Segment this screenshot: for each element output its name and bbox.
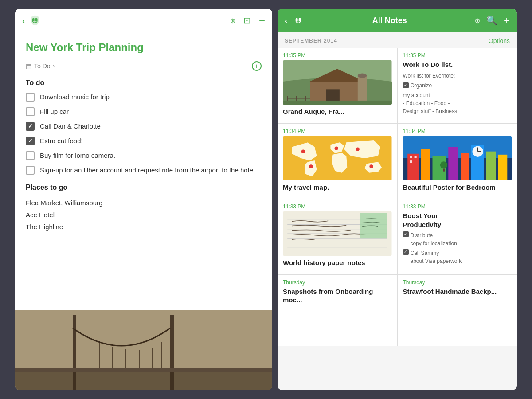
left-header: ‹ ⎈ ⊡ + bbox=[15, 9, 272, 32]
todo-checkbox-6[interactable] bbox=[26, 166, 35, 175]
todo-checkbox-4[interactable] bbox=[26, 137, 35, 145]
todo-text-6: Sign-up for an Uber account and request … bbox=[40, 165, 254, 175]
todo-list: Download music for trip Fill up car Call… bbox=[26, 92, 262, 175]
todo-text-4: Extra cat food! bbox=[40, 136, 83, 145]
share-icon-right[interactable]: ⎈ bbox=[475, 16, 480, 26]
notebook-tag: ▤ To Do › i bbox=[26, 61, 262, 71]
bridge-image bbox=[15, 310, 272, 390]
section-header: SEPTEMBER 2014 Options bbox=[278, 32, 517, 48]
note-card-travel-map[interactable]: 11:34 PM bbox=[278, 124, 397, 199]
notebook-icon: ▤ bbox=[26, 63, 31, 70]
svg-rect-42 bbox=[414, 156, 416, 158]
right-header-title: All Notes bbox=[309, 16, 470, 25]
poster-thumbnail bbox=[403, 136, 512, 180]
note-card-body: Work list for Evernote: Organize my acco… bbox=[403, 72, 512, 115]
check-label: Distributecopy for localization bbox=[411, 231, 457, 247]
svg-rect-24 bbox=[283, 101, 392, 105]
back-arrow-icon[interactable]: ‹ bbox=[22, 16, 25, 26]
thursday-label: Thursday bbox=[283, 279, 392, 286]
notes-grid: 11:35 PM bbox=[278, 48, 517, 346]
todo-checkbox-3[interactable] bbox=[26, 122, 35, 131]
share-icon[interactable]: ⎈ bbox=[230, 16, 235, 26]
todo-text-1: Download music for trip bbox=[40, 92, 110, 102]
info-icon[interactable]: i bbox=[252, 61, 262, 71]
mini-checkbox bbox=[403, 231, 409, 237]
svg-rect-40 bbox=[498, 154, 507, 180]
todo-item: Fill up car bbox=[26, 107, 262, 116]
svg-point-19 bbox=[358, 74, 367, 78]
evernote-logo bbox=[29, 14, 41, 27]
todo-text-2: Fill up car bbox=[40, 107, 69, 116]
place-item: Flea Market, Williamsburg bbox=[26, 197, 262, 209]
todo-checkbox-1[interactable] bbox=[26, 93, 35, 102]
todo-text-5: Buy film for lomo camera. bbox=[40, 151, 115, 160]
section-date: SEPTEMBER 2014 bbox=[285, 38, 337, 44]
left-header-left: ‹ bbox=[22, 14, 41, 27]
mini-checkbox bbox=[403, 249, 409, 255]
todo-checkbox-5[interactable] bbox=[26, 151, 35, 160]
note-card-grand-auque[interactable]: 11:35 PM bbox=[278, 48, 397, 123]
svg-rect-36 bbox=[448, 147, 458, 180]
svg-point-48 bbox=[440, 161, 447, 168]
svg-point-28 bbox=[335, 146, 338, 150]
note-title: New York Trip Planning bbox=[26, 41, 262, 54]
svg-rect-18 bbox=[358, 76, 367, 105]
evernote-logo-right bbox=[292, 14, 305, 27]
note-time: 11:33 PM bbox=[283, 203, 392, 210]
note-card-title: World history paper notes bbox=[283, 258, 392, 267]
right-panel: ‹ All Notes ⎈ 🔍 + SEPTEMBER 2014 Options… bbox=[278, 9, 517, 390]
right-content: SEPTEMBER 2014 Options 11:35 PM bbox=[278, 32, 517, 390]
search-icon[interactable]: 🔍 bbox=[486, 15, 497, 26]
note-card-boost[interactable]: 11:33 PM Boost YourProductivity Distribu… bbox=[398, 199, 517, 274]
svg-point-26 bbox=[301, 149, 305, 153]
note-card-title: Snapshots from Onboarding moc... bbox=[283, 287, 392, 305]
todo-text-3: Call Dan & Charlotte bbox=[40, 121, 101, 131]
note-card-work-todo[interactable]: 11:35 PM Work To Do list. Work list for … bbox=[398, 48, 517, 123]
thursday-label: Thursday bbox=[403, 279, 512, 286]
note-time: 11:35 PM bbox=[283, 52, 392, 59]
todo-item: Download music for trip bbox=[26, 92, 262, 102]
left-header-right: ⎈ ⊡ + bbox=[230, 14, 265, 27]
note-time: 11:35 PM bbox=[403, 52, 512, 59]
barn-thumbnail bbox=[283, 60, 392, 105]
todo-item: Call Dan & Charlotte bbox=[26, 121, 262, 131]
note-card-strawfoot[interactable]: Thursday Strawfoot Handmade Backp... bbox=[398, 275, 517, 346]
add-note-icon[interactable]: + bbox=[504, 14, 510, 27]
mini-checkbox bbox=[403, 82, 409, 88]
svg-rect-12 bbox=[15, 372, 272, 390]
todo-item: Sign-up for an Uber account and request … bbox=[26, 165, 262, 175]
place-item: The Highline bbox=[26, 221, 262, 233]
check-label: Call Sammyabout Visa paperwork bbox=[411, 249, 462, 265]
svg-rect-43 bbox=[410, 160, 412, 163]
add-icon[interactable]: + bbox=[259, 14, 265, 27]
todo-section-title: To do bbox=[26, 79, 262, 87]
todo-item: Extra cat food! bbox=[26, 136, 262, 145]
note-card-title: Boost YourProductivity bbox=[403, 211, 512, 229]
svg-rect-41 bbox=[410, 156, 412, 158]
svg-rect-39 bbox=[486, 151, 496, 180]
notes-thumbnail bbox=[283, 211, 392, 256]
note-card-snapshots[interactable]: Thursday Snapshots from Onboarding moc..… bbox=[278, 275, 397, 346]
options-link[interactable]: Options bbox=[489, 37, 510, 44]
note-card-title: Beautiful Poster for Bedroom bbox=[403, 183, 512, 192]
note-card-title: Strawfoot Handmade Backp... bbox=[403, 287, 512, 296]
notebook-label: To Do bbox=[34, 63, 51, 70]
left-content: New York Trip Planning ▤ To Do › i To do… bbox=[15, 32, 272, 310]
note-card-poster[interactable]: 11:34 PM bbox=[398, 124, 517, 199]
note-card-body: Distributecopy for localization Call Sam… bbox=[403, 231, 512, 265]
note-card-title: My travel map. bbox=[283, 183, 392, 192]
right-header: ‹ All Notes ⎈ 🔍 + bbox=[278, 9, 517, 32]
right-header-icons: ⎈ 🔍 + bbox=[475, 14, 510, 27]
todo-item: Buy film for lomo camera. bbox=[26, 151, 262, 160]
places-section: Places to go Flea Market, Williamsburg A… bbox=[26, 184, 262, 233]
right-back-arrow-icon[interactable]: ‹ bbox=[285, 16, 288, 26]
note-card-title: Grand Auque, Fra... bbox=[283, 107, 392, 116]
edit-icon[interactable]: ⊡ bbox=[243, 15, 251, 26]
notebook-chevron-icon: › bbox=[53, 63, 55, 69]
places-list: Flea Market, Williamsburg Ace Hotel The … bbox=[26, 197, 262, 233]
note-card-history[interactable]: 11:33 PM bbox=[278, 199, 397, 274]
app-container: ‹ ⎈ ⊡ + New York Trip Planning ▤ To Do ›… bbox=[0, 0, 532, 399]
note-card-title: Work To Do list. bbox=[403, 60, 512, 69]
place-item: Ace Hotel bbox=[26, 209, 262, 221]
todo-checkbox-2[interactable] bbox=[26, 107, 35, 116]
